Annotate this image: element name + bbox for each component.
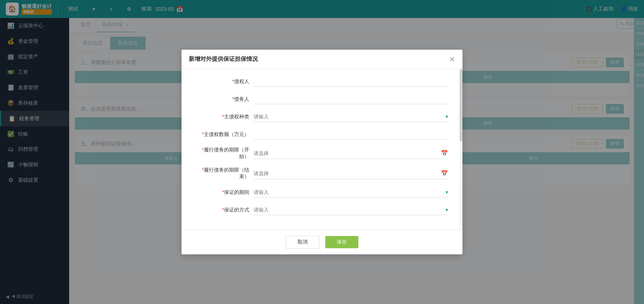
label-zhuzhaiquanzhonglei: *主债权种类 bbox=[196, 114, 254, 120]
form-row-zhaiquanren: *债权人 bbox=[196, 76, 448, 87]
select-wrap-baozheng-period[interactable]: ▾ bbox=[254, 187, 448, 198]
label-lvxingqixian-start: *履行债务的期限（开始） bbox=[196, 147, 254, 160]
label-zhuzhaiquanshue: *主债权数额（万元） bbox=[196, 131, 254, 138]
form-row-baozheng-way: *保证的方式 ▾ bbox=[196, 205, 448, 215]
date-wrap-end[interactable]: 📅 bbox=[254, 168, 448, 179]
chevron-down-icon-2: ▾ bbox=[446, 189, 448, 195]
modal-body: *债权人 *债务人 *主债权种类 ▾ bbox=[182, 69, 462, 230]
form-row-lvxingqixian-end: *履行债务的期限（结束） 📅 bbox=[196, 167, 448, 180]
calendar-icon-start[interactable]: 📅 bbox=[441, 150, 448, 156]
select-input-baozheng-way[interactable] bbox=[254, 207, 446, 213]
modal-dialog: 新增对外提供保证担保情况 ✕ *债权人 *债务人 *主债权种类 bbox=[182, 50, 462, 254]
label-baozheng-way: *保证的方式 bbox=[196, 207, 254, 213]
save-button[interactable]: 保存 bbox=[325, 236, 358, 248]
label-baozheng-period: *保证的期间 bbox=[196, 189, 254, 196]
modal-close-button[interactable]: ✕ bbox=[449, 56, 455, 63]
date-input-start[interactable] bbox=[254, 150, 441, 156]
modal-overlay: 新增对外提供保证担保情况 ✕ *债权人 *债务人 *主债权种类 bbox=[0, 0, 644, 304]
form-row-zhaiwuren: *债务人 bbox=[196, 94, 448, 104]
select-input-baozheng-period[interactable] bbox=[254, 189, 446, 195]
chevron-down-icon-3: ▾ bbox=[446, 207, 448, 213]
form-row-zhuzhaiquanshue: *主债权数额（万元） bbox=[196, 129, 448, 140]
chevron-down-icon-1: ▾ bbox=[446, 114, 448, 119]
input-zhuzhaiquanshue[interactable] bbox=[254, 129, 448, 140]
label-lvxingqixian-end: *履行债务的期限（结束） bbox=[196, 167, 254, 180]
modal-footer: 取消 保存 bbox=[182, 230, 462, 254]
form-row-lvxingqixian-start: *履行债务的期限（开始） 📅 bbox=[196, 147, 448, 160]
date-input-end[interactable] bbox=[254, 171, 441, 176]
modal-title: 新增对外提供保证担保情况 bbox=[189, 55, 258, 63]
label-zhaiwuren: *债务人 bbox=[196, 96, 254, 103]
cancel-button[interactable]: 取消 bbox=[286, 236, 319, 249]
input-zhaiquanren[interactable] bbox=[254, 76, 448, 87]
select-wrap-baozheng-way[interactable]: ▾ bbox=[254, 205, 448, 215]
select-wrap-zhuzhaiquanzhonglei[interactable]: ▾ bbox=[254, 112, 448, 122]
label-zhaiquanren: *债权人 bbox=[196, 78, 254, 85]
calendar-icon-end[interactable]: 📅 bbox=[441, 170, 448, 177]
modal-scrollbar[interactable] bbox=[460, 69, 462, 230]
date-wrap-start[interactable]: 📅 bbox=[254, 148, 448, 159]
modal-header: 新增对外提供保证担保情况 ✕ bbox=[182, 50, 462, 69]
select-input-zhuzhaiquanzhonglei[interactable] bbox=[254, 114, 446, 119]
modal-scroll-thumb bbox=[460, 69, 462, 141]
form-row-zhuzhaiquanzhonglei: *主债权种类 ▾ bbox=[196, 112, 448, 122]
form-row-baozheng-period: *保证的期间 ▾ bbox=[196, 187, 448, 198]
input-zhaiwuren[interactable] bbox=[254, 94, 448, 104]
